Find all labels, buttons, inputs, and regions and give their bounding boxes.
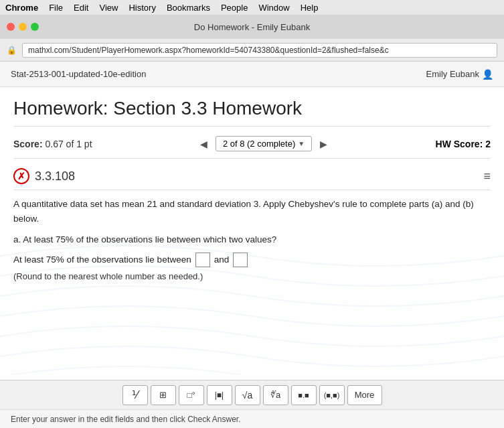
menu-app[interactable]: Chrome xyxy=(5,3,38,13)
math-toolbar: ⅟ ⊞ □° |■| √a ∜a ■.■ (■,■) More xyxy=(0,380,504,409)
more-label: More xyxy=(355,390,375,400)
minimize-button[interactable] xyxy=(19,23,27,31)
hw-score: HW Score: 2 xyxy=(436,139,491,149)
wrong-icon: ✗ xyxy=(13,168,29,184)
absolute-icon: |■| xyxy=(215,390,224,400)
question-id-text: 3.3.108 xyxy=(35,169,75,184)
fraction-icon: ⅟ xyxy=(132,388,138,401)
nthroot-button[interactable]: ∜a xyxy=(263,385,288,405)
menu-bookmarks[interactable]: Bookmarks xyxy=(167,3,210,13)
footer-bar: Enter your answer in the edit fields and… xyxy=(0,409,504,428)
progress-text: 2 of 8 (2 complete) xyxy=(223,139,295,149)
score-info: Score: 0.67 of 1 pt xyxy=(13,139,92,149)
answer-box-2[interactable] xyxy=(233,253,248,267)
menu-bar: Chrome File Edit View History Bookmarks … xyxy=(0,0,504,15)
menu-help[interactable]: Help xyxy=(301,3,319,13)
answer-connector: and xyxy=(214,253,230,267)
user-icon: 👤 xyxy=(482,69,493,80)
course-name: Stat-2513-001-updated-10e-edition xyxy=(11,69,146,79)
score-label: Score: xyxy=(13,139,43,149)
traffic-lights xyxy=(7,23,39,31)
answer-prefix: At least 75% of the observations lie bet… xyxy=(13,253,191,267)
user-info: Emily Eubank 👤 xyxy=(426,69,493,80)
sqrt-button[interactable]: √a xyxy=(235,385,260,405)
menu-window[interactable]: Window xyxy=(258,3,289,13)
menu-view[interactable]: View xyxy=(99,3,118,13)
dropdown-arrow-icon: ▼ xyxy=(298,140,305,147)
homework-title: Homework: Section 3.3 Homework xyxy=(13,98,491,127)
main-content: Homework: Section 3.3 Homework Score: 0.… xyxy=(0,87,504,428)
nav-progress[interactable]: 2 of 8 (2 complete) ▼ xyxy=(216,136,312,151)
degree-button[interactable]: □° xyxy=(179,385,204,405)
lock-icon: 🔒 xyxy=(7,46,17,55)
browser-content: Stat-2513-001-updated-10e-edition Emily … xyxy=(0,62,504,428)
interval-icon: (■,■) xyxy=(324,391,340,399)
decimal-button[interactable]: ■.■ xyxy=(291,385,317,405)
matrix-button[interactable]: ⊞ xyxy=(151,385,176,405)
more-button[interactable]: More xyxy=(347,385,382,405)
question-body: A quantitative data set has mean 21 and … xyxy=(13,197,491,284)
absolute-button[interactable]: |■| xyxy=(207,385,232,405)
nav-controls: ◀ 2 of 8 (2 complete) ▼ ▶ xyxy=(197,136,330,151)
degree-icon: □° xyxy=(187,390,195,400)
next-arrow[interactable]: ▶ xyxy=(317,137,330,151)
address-bar: 🔒 mathxl.com/Student/PlayerHomework.aspx… xyxy=(0,39,504,62)
question-main-text: A quantitative data set has mean 21 and … xyxy=(13,197,491,226)
interval-button[interactable]: (■,■) xyxy=(319,385,345,405)
matrix-icon: ⊞ xyxy=(159,390,167,400)
decimal-icon: ■.■ xyxy=(298,391,309,399)
question-header: ✗ 3.3.108 ≡ xyxy=(13,168,491,190)
prev-arrow[interactable]: ◀ xyxy=(197,137,210,151)
part-a-label: a. At least 75% of the observations lie … xyxy=(13,232,491,247)
answer-note: (Round to the nearest whole number as ne… xyxy=(13,270,491,284)
close-button[interactable] xyxy=(7,23,15,31)
footer-text: Enter your answer in the edit fields and… xyxy=(11,415,241,424)
score-bar: Score: 0.67 of 1 pt ◀ 2 of 8 (2 complete… xyxy=(13,136,491,159)
username: Emily Eubank xyxy=(426,69,479,79)
url-bar[interactable]: mathxl.com/Student/PlayerHomework.aspx?h… xyxy=(22,43,497,58)
menu-people[interactable]: People xyxy=(221,3,248,13)
sqrt-icon: √a xyxy=(242,390,252,401)
score-value: 0.67 of 1 pt xyxy=(45,139,92,149)
fraction-button[interactable]: ⅟ xyxy=(122,385,148,405)
answer-box-1[interactable] xyxy=(195,253,210,267)
question-menu-icon[interactable]: ≡ xyxy=(483,169,491,184)
question-id-row: ✗ 3.3.108 xyxy=(13,168,75,184)
window-title: Do Homework - Emily Eubank xyxy=(194,22,310,32)
menu-file[interactable]: File xyxy=(49,3,63,13)
answer-line: At least 75% of the observations lie bet… xyxy=(13,253,491,267)
title-bar: Do Homework - Emily Eubank xyxy=(0,15,504,39)
nthroot-icon: ∜a xyxy=(270,390,280,400)
menu-history[interactable]: History xyxy=(129,3,155,13)
course-header: Stat-2513-001-updated-10e-edition Emily … xyxy=(0,62,504,87)
menu-edit[interactable]: Edit xyxy=(74,3,88,13)
maximize-button[interactable] xyxy=(31,23,39,31)
